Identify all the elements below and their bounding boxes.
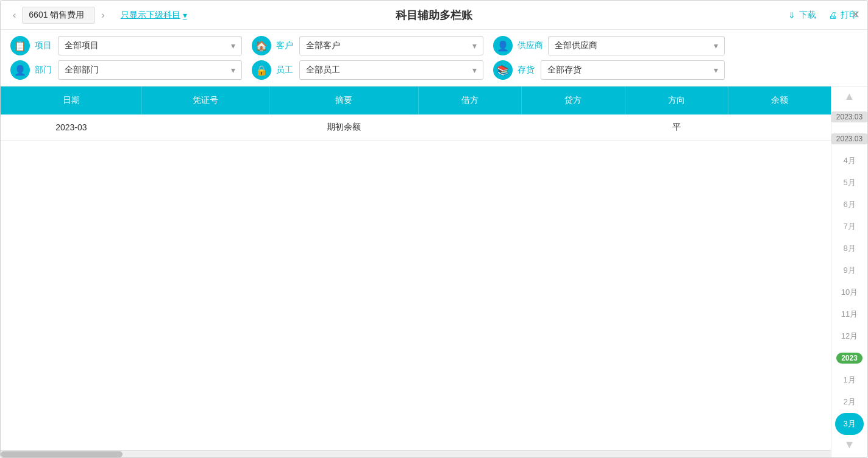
- title-actions: ⇓ 下载 🖨 打印: [788, 10, 858, 21]
- employee-label: 员工: [276, 65, 294, 76]
- col-direction: 方向: [625, 86, 728, 114]
- inventory-arrow-icon: ▾: [714, 65, 718, 75]
- supplier-arrow-icon: ▾: [714, 41, 718, 51]
- download-button[interactable]: ⇓ 下载: [788, 10, 816, 21]
- inventory-select[interactable]: 全部存货 ▾: [541, 60, 725, 80]
- timeline-month-5[interactable]: 5月: [831, 172, 867, 194]
- timeline-month-12[interactable]: 12月: [831, 325, 867, 347]
- timeline-month-10[interactable]: 10月: [831, 281, 867, 303]
- inventory-icon: 📚: [493, 60, 513, 80]
- cell-balance: [728, 114, 831, 141]
- employee-value: 全部员工: [306, 65, 340, 76]
- main-content: 日期 凭证号 摘要 借方 贷方 方向 余额 2023-03 期初余额: [1, 86, 867, 457]
- filter-inventory: 📚 存货 全部存货 ▾: [493, 60, 725, 80]
- timeline-pinned-1-label: 2023.03: [831, 111, 867, 122]
- customer-arrow-icon: ▾: [472, 41, 477, 51]
- cell-voucher: [142, 114, 269, 141]
- show-sub-button[interactable]: 只显示下级科目 ▾: [121, 10, 187, 21]
- supplier-value: 全部供应商: [555, 40, 597, 51]
- project-arrow-icon: ▾: [231, 41, 235, 51]
- timeline-month-3-active[interactable]: 3月: [835, 413, 864, 435]
- supplier-select[interactable]: 全部供应商 ▾: [548, 36, 725, 55]
- title-bar: ‹ 6601 销售费用 › 只显示下级科目 ▾ 科目辅助多栏账 ⇓ 下载 🖨 打…: [1, 1, 867, 30]
- year-tag-label: 2023: [836, 353, 863, 364]
- project-value: 全部项目: [65, 40, 99, 51]
- timeline-month-7[interactable]: 7月: [831, 216, 867, 238]
- department-label: 部门: [35, 65, 53, 76]
- account-code[interactable]: 6601 销售费用: [22, 7, 95, 24]
- timeline-month-1[interactable]: 1月: [831, 369, 867, 391]
- data-table: 日期 凭证号 摘要 借方 贷方 方向 余额 2023-03 期初余额: [1, 86, 831, 141]
- timeline-month-2[interactable]: 2月: [831, 391, 867, 413]
- filter-customer: 🏠 客户 全部客户 ▾: [252, 36, 483, 55]
- download-label: 下载: [799, 10, 816, 21]
- timeline-pinned-2[interactable]: 2023.03: [831, 128, 867, 150]
- scrollbar-thumb[interactable]: [1, 451, 123, 457]
- supplier-icon: 👤: [493, 36, 513, 55]
- table-row[interactable]: 2023-03 期初余额 平: [1, 114, 831, 141]
- horizontal-scrollbar[interactable]: [1, 450, 831, 457]
- customer-label: 客户: [276, 40, 294, 51]
- filter-row-1: 📋 项目 全部项目 ▾ 🏠 客户 全部客户 ▾ 👤 供应商 全部供应: [10, 36, 858, 55]
- filter-row-2: 👤 部门 全部部门 ▾ 🔒 员工 全部员工 ▾ 📚 存货 全部存货: [10, 60, 858, 80]
- department-arrow-icon: ▾: [231, 65, 235, 75]
- timeline-month-11[interactable]: 11月: [831, 303, 867, 325]
- show-sub-arrow-icon: ▾: [183, 10, 187, 20]
- close-button[interactable]: ✕: [851, 8, 860, 21]
- department-select[interactable]: 全部部门 ▾: [58, 60, 242, 80]
- timeline-pinned-2-label: 2023.03: [831, 133, 867, 144]
- show-sub-label: 只显示下级科目: [121, 10, 180, 21]
- employee-arrow-icon: ▾: [472, 65, 477, 75]
- supplier-label: 供应商: [518, 40, 543, 51]
- prev-arrow[interactable]: ‹: [10, 7, 18, 23]
- filter-project: 📋 项目 全部项目 ▾: [10, 36, 242, 55]
- timeline-month-4[interactable]: 4月: [831, 150, 867, 172]
- col-credit: 贷方: [522, 86, 625, 114]
- cell-direction: 平: [625, 114, 728, 141]
- filter-bar: 📋 项目 全部项目 ▾ 🏠 客户 全部客户 ▾ 👤 供应商 全部供应: [1, 30, 867, 86]
- timeline-month-8[interactable]: 8月: [831, 238, 867, 259]
- print-icon: 🖨: [828, 10, 837, 20]
- cell-credit: [522, 114, 625, 141]
- table-body: 2023-03 期初余额 平: [1, 114, 831, 141]
- customer-icon: 🏠: [252, 36, 271, 55]
- nav-left: ‹ 6601 销售费用 › 只显示下级科目 ▾: [10, 7, 187, 24]
- col-voucher: 凭证号: [142, 86, 269, 114]
- cell-debit: [418, 114, 522, 141]
- inventory-value: 全部存货: [547, 65, 582, 76]
- sidebar-up-arrow[interactable]: ▲: [831, 86, 867, 106]
- sidebar-down-arrow[interactable]: ▼: [831, 435, 867, 454]
- table-area: 日期 凭证号 摘要 借方 贷方 方向 余额 2023-03 期初余额: [1, 86, 831, 457]
- table-header: 日期 凭证号 摘要 借方 贷方 方向 余额: [1, 86, 831, 114]
- download-icon: ⇓: [788, 10, 795, 20]
- filter-supplier: 👤 供应商 全部供应商 ▾: [493, 36, 725, 55]
- department-icon: 👤: [10, 60, 30, 80]
- project-select[interactable]: 全部项目 ▾: [58, 36, 242, 55]
- timeline-pinned-1[interactable]: 2023.03: [831, 106, 867, 128]
- timeline-year[interactable]: 2023: [831, 347, 867, 369]
- page-title: 科目辅助多栏账: [396, 8, 472, 23]
- col-balance: 余额: [728, 86, 831, 114]
- filter-employee: 🔒 员工 全部员工 ▾: [252, 60, 483, 80]
- project-label: 项目: [35, 40, 53, 51]
- project-icon: 📋: [10, 36, 30, 55]
- timeline-month-6[interactable]: 6月: [831, 194, 867, 216]
- customer-value: 全部客户: [306, 40, 340, 51]
- cell-summary: 期初余额: [269, 114, 418, 141]
- employee-icon: 🔒: [252, 60, 271, 80]
- cell-date: 2023-03: [1, 114, 142, 141]
- inventory-label: 存货: [518, 65, 536, 76]
- col-debit: 借方: [418, 86, 522, 114]
- col-date: 日期: [1, 86, 142, 114]
- right-sidebar: ▲ 2023.03 2023.03 4月 5月 6月 7月 8月 9月 10月 …: [831, 86, 867, 457]
- col-summary: 摘要: [269, 86, 418, 114]
- customer-select[interactable]: 全部客户 ▾: [299, 36, 483, 55]
- main-window: ‹ 6601 销售费用 › 只显示下级科目 ▾ 科目辅助多栏账 ⇓ 下载 🖨 打…: [0, 0, 868, 458]
- department-value: 全部部门: [65, 65, 99, 76]
- employee-select[interactable]: 全部员工 ▾: [299, 60, 483, 80]
- filter-department: 👤 部门 全部部门 ▾: [10, 60, 242, 80]
- next-arrow[interactable]: ›: [99, 7, 107, 23]
- timeline-month-9[interactable]: 9月: [831, 259, 867, 281]
